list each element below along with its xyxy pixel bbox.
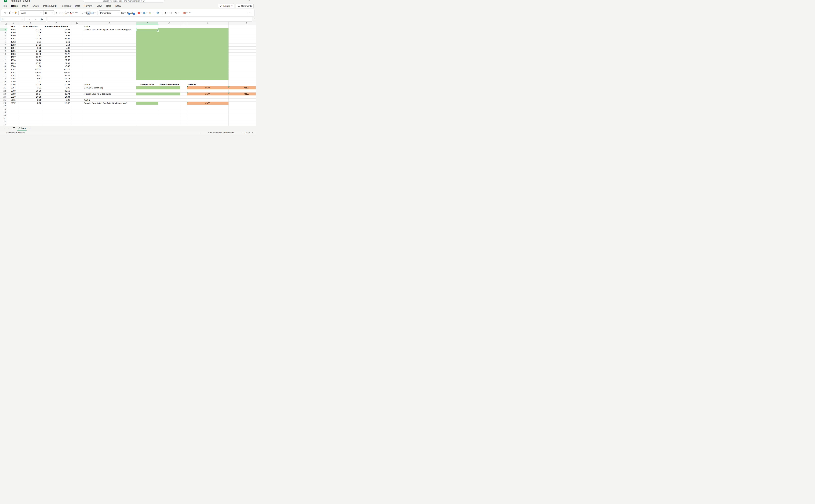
cell-C24[interactable]: 14.84 bbox=[42, 95, 71, 99]
cell-E19[interactable] bbox=[83, 80, 136, 83]
cell-C8[interactable]: -5.38 bbox=[42, 47, 71, 50]
cell-C32[interactable] bbox=[42, 120, 71, 123]
cell-I13[interactable] bbox=[187, 62, 228, 65]
cell-B16[interactable]: -16.65 bbox=[19, 71, 42, 74]
cell-E3[interactable] bbox=[83, 31, 136, 34]
cell-J14[interactable] bbox=[228, 65, 255, 68]
cell-G28[interactable] bbox=[158, 108, 180, 111]
cell-C20[interactable]: 10.35 bbox=[42, 83, 71, 86]
cell-G10[interactable] bbox=[158, 53, 180, 56]
cell-C26[interactable]: 18.42 bbox=[42, 102, 71, 105]
insert-cells-button[interactable] bbox=[156, 11, 162, 15]
cell-C14[interactable]: -8.40 bbox=[42, 65, 71, 68]
add-sheet-icon[interactable]: + bbox=[29, 127, 31, 130]
sort-filter-button[interactable]: AZ bbox=[169, 11, 175, 15]
cell-I27[interactable] bbox=[187, 105, 228, 108]
cell-A31[interactable] bbox=[7, 117, 19, 120]
tab-file[interactable]: File bbox=[3, 5, 7, 7]
cell-F28[interactable] bbox=[136, 108, 158, 111]
align-button[interactable] bbox=[81, 11, 86, 15]
tab-insert[interactable]: Insert bbox=[22, 5, 28, 7]
column-header-J[interactable]: J bbox=[228, 22, 255, 25]
cell-D33[interactable] bbox=[71, 123, 83, 126]
row-header-10[interactable]: 10 bbox=[0, 53, 7, 56]
cell-E13[interactable] bbox=[83, 62, 136, 65]
cell-E18[interactable] bbox=[83, 77, 136, 80]
cell-B31[interactable] bbox=[19, 117, 42, 120]
cell-G7[interactable] bbox=[158, 43, 180, 47]
cell-J20[interactable] bbox=[228, 83, 255, 86]
cell-H27[interactable] bbox=[180, 105, 187, 108]
cell-E8[interactable] bbox=[83, 47, 136, 50]
cell-J25[interactable] bbox=[228, 99, 255, 102]
cell-D21[interactable] bbox=[71, 86, 83, 89]
cell-A20[interactable]: 2006 bbox=[7, 83, 19, 86]
row-header-14[interactable]: 14 bbox=[0, 65, 7, 68]
cell-F15[interactable] bbox=[136, 68, 158, 71]
ribbon-collapse-button[interactable] bbox=[248, 12, 252, 14]
find-button[interactable] bbox=[175, 11, 180, 15]
cell-C11[interactable]: 33.72 bbox=[42, 56, 71, 59]
cell-I20[interactable]: Formula bbox=[187, 83, 228, 86]
cell-H2[interactable] bbox=[180, 28, 187, 31]
cell-H29[interactable] bbox=[180, 111, 187, 114]
cell-J33[interactable] bbox=[228, 123, 255, 126]
cell-I14[interactable] bbox=[187, 65, 228, 68]
format-as-table-button[interactable] bbox=[142, 11, 148, 15]
cell-E23[interactable]: Russell 1000 (to 2 decimals) bbox=[83, 93, 136, 96]
cell-D17[interactable] bbox=[71, 74, 83, 77]
cell-D8[interactable] bbox=[71, 47, 83, 50]
cell-I16[interactable] bbox=[187, 71, 228, 74]
cell-H11[interactable] bbox=[180, 56, 187, 59]
cell-A25[interactable]: 2011 bbox=[7, 99, 19, 102]
cell-D6[interactable] bbox=[71, 40, 83, 43]
cell-G13[interactable] bbox=[158, 62, 180, 65]
row-header-11[interactable]: 11 bbox=[0, 56, 7, 59]
cell-B8[interactable]: 6.83 bbox=[19, 47, 42, 50]
font-size-select[interactable]: 10 bbox=[44, 11, 54, 15]
row-header-30[interactable]: 30 bbox=[0, 114, 7, 117]
row-header-13[interactable]: 13 bbox=[0, 62, 7, 65]
cell-D24[interactable] bbox=[71, 95, 83, 99]
cell-I11[interactable] bbox=[187, 56, 228, 59]
cell-F25[interactable] bbox=[136, 99, 158, 102]
cell-B6[interactable]: 2.03 bbox=[19, 40, 42, 43]
feedback-link[interactable]: Give Feedback to Microsoft bbox=[208, 131, 234, 134]
excel-logo-icon[interactable]: X bbox=[4, 0, 7, 2]
cell-J13[interactable] bbox=[228, 62, 255, 65]
cell-G11[interactable] bbox=[158, 56, 180, 59]
cell-A18[interactable]: 2004 bbox=[7, 77, 19, 80]
cells-grid-button[interactable] bbox=[182, 11, 188, 15]
cell-I23[interactable]: #N/A bbox=[187, 93, 228, 96]
wrap-text-button[interactable] bbox=[86, 11, 90, 14]
cell-B2[interactable]: 13.28 bbox=[19, 28, 42, 31]
cell-J1[interactable] bbox=[228, 25, 255, 28]
cell-C2[interactable]: 14.08 bbox=[42, 28, 71, 31]
cell-G12[interactable] bbox=[158, 59, 180, 62]
cell-D27[interactable] bbox=[71, 105, 83, 108]
cell-H5[interactable] bbox=[180, 37, 187, 40]
cell-I33[interactable] bbox=[187, 123, 228, 126]
cell-C22[interactable]: -36.68 bbox=[42, 89, 71, 93]
cell-B25[interactable]: 2.95 bbox=[19, 99, 42, 102]
cell-E5[interactable] bbox=[83, 37, 136, 40]
row-header-27[interactable]: 27 bbox=[0, 105, 7, 108]
cell-B4[interactable]: -1.32 bbox=[19, 34, 42, 37]
cell-A28[interactable] bbox=[7, 108, 19, 111]
cell-D30[interactable] bbox=[71, 114, 83, 117]
cell-J16[interactable] bbox=[228, 71, 255, 74]
cell-H3[interactable] bbox=[180, 31, 187, 34]
cell-E9[interactable] bbox=[83, 50, 136, 53]
cell-J9[interactable] bbox=[228, 50, 255, 53]
row-header-8[interactable]: 8 bbox=[0, 47, 7, 50]
column-header-B[interactable]: B bbox=[19, 22, 42, 25]
cell-B26[interactable]: 3.06 bbox=[19, 102, 42, 105]
cell-D20[interactable] bbox=[71, 83, 83, 86]
cell-B27[interactable] bbox=[19, 105, 42, 108]
cell-J29[interactable] bbox=[228, 111, 255, 114]
cell-D11[interactable] bbox=[71, 56, 83, 59]
cell-A8[interactable]: 1994 bbox=[7, 47, 19, 50]
cell-D14[interactable] bbox=[71, 65, 83, 68]
cell-J19[interactable] bbox=[228, 80, 255, 83]
cell-C25[interactable]: 3.22 bbox=[42, 99, 71, 102]
